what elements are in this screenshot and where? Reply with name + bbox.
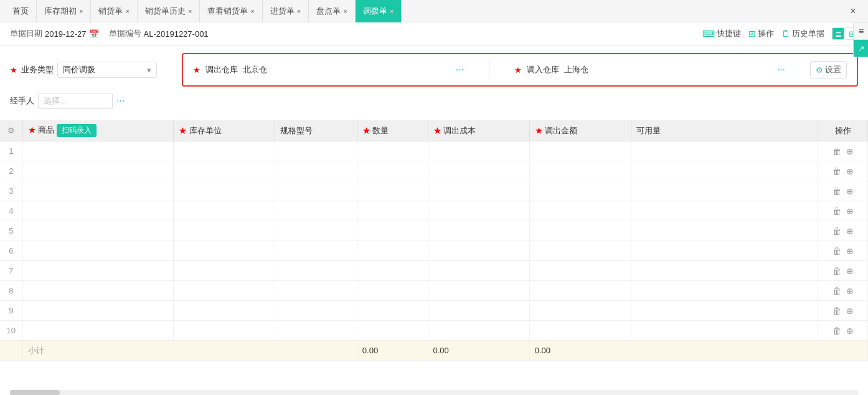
delete-btn[interactable]: 🗑 [831, 205, 842, 217]
product-cell[interactable] [22, 241, 174, 261]
copy-btn[interactable]: ⊕ [845, 205, 855, 217]
tab-purchase-order[interactable]: 进货单 × [263, 0, 309, 22]
operations-btn[interactable]: ⊞ 操作 [748, 28, 774, 39]
spec-cell[interactable] [275, 141, 357, 161]
qty-cell[interactable] [357, 141, 428, 161]
copy-btn[interactable]: ⊕ [845, 165, 855, 178]
tab-sales-history[interactable]: 销货单历史 × [138, 0, 200, 22]
unit-cell[interactable] [174, 301, 275, 321]
product-cell[interactable] [22, 321, 174, 341]
amount-cell[interactable] [529, 281, 631, 301]
amount-cell[interactable] [529, 321, 631, 341]
unit-cell[interactable] [174, 141, 275, 161]
spec-cell[interactable] [275, 321, 357, 341]
amount-cell[interactable] [529, 141, 631, 161]
copy-btn[interactable]: ⊕ [845, 225, 855, 237]
copy-btn[interactable]: ⊕ [845, 185, 855, 198]
tab-transfer-order-close[interactable]: × [390, 7, 394, 15]
scroll-thumb[interactable] [10, 390, 60, 395]
delete-btn[interactable]: 🗑 [831, 185, 842, 198]
delete-btn[interactable]: 🗑 [831, 285, 842, 297]
warehouse-in-dots[interactable]: ··· [777, 64, 785, 75]
product-cell[interactable] [22, 201, 174, 221]
qty-cell[interactable] [357, 321, 428, 341]
product-cell[interactable] [22, 141, 174, 161]
agent-dots[interactable]: ··· [116, 95, 125, 107]
unit-cell[interactable] [174, 281, 275, 301]
horizontal-scrollbar[interactable] [10, 390, 858, 395]
cost-cell[interactable] [428, 201, 529, 221]
delete-btn[interactable]: 🗑 [831, 305, 842, 317]
delete-btn[interactable]: 🗑 [831, 165, 842, 178]
spec-cell[interactable] [275, 181, 357, 201]
scan-button[interactable]: 扫码录入 [57, 124, 97, 137]
copy-btn[interactable]: ⊕ [845, 285, 855, 297]
tab-sales-order-close[interactable]: × [125, 7, 129, 15]
qty-cell[interactable] [357, 221, 428, 241]
copy-btn[interactable]: ⊕ [845, 305, 855, 317]
unit-cell[interactable] [174, 221, 275, 241]
business-type-select[interactable]: 同价调拨 ▾ [57, 62, 157, 78]
tab-view-sales-close[interactable]: × [250, 7, 254, 15]
spec-cell[interactable] [275, 201, 357, 221]
delete-btn[interactable]: 🗑 [831, 325, 842, 337]
unit-cell[interactable] [174, 201, 275, 221]
cost-cell[interactable] [428, 281, 529, 301]
cost-cell[interactable] [428, 241, 529, 261]
amount-cell[interactable] [529, 261, 631, 281]
agent-select[interactable]: 选择... [38, 93, 113, 109]
cost-cell[interactable] [428, 221, 529, 241]
unit-cell[interactable] [174, 181, 275, 201]
cost-cell[interactable] [428, 261, 529, 281]
unit-cell[interactable] [174, 321, 275, 341]
col-settings[interactable]: ⚙ [0, 120, 22, 141]
amount-cell[interactable] [529, 301, 631, 321]
cost-cell[interactable] [428, 161, 529, 181]
delete-btn[interactable]: 🗑 [831, 225, 842, 237]
tab-inventory-check[interactable]: 盘点单 × [309, 0, 355, 22]
unit-cell[interactable] [174, 261, 275, 281]
product-cell[interactable] [22, 181, 174, 201]
qty-cell[interactable] [357, 181, 428, 201]
cost-cell[interactable] [428, 141, 529, 161]
copy-btn[interactable]: ⊕ [845, 265, 855, 277]
spec-cell[interactable] [275, 261, 357, 281]
product-cell[interactable] [22, 221, 174, 241]
spec-cell[interactable] [275, 301, 357, 321]
unit-cell[interactable] [174, 241, 275, 261]
tab-inventory-check-close[interactable]: × [343, 7, 347, 15]
copy-btn[interactable]: ⊕ [845, 145, 855, 158]
cost-cell[interactable] [428, 301, 529, 321]
spec-cell[interactable] [275, 221, 357, 241]
amount-cell[interactable] [529, 241, 631, 261]
unit-cell[interactable] [174, 161, 275, 181]
tab-home[interactable]: 首页 [5, 0, 37, 22]
qty-cell[interactable] [357, 201, 428, 221]
tab-sales-history-close[interactable]: × [188, 7, 192, 15]
qty-cell[interactable] [357, 281, 428, 301]
copy-btn[interactable]: ⊕ [845, 245, 855, 257]
sidebar-export-icon[interactable]: ↗ [854, 40, 868, 57]
delete-btn[interactable]: 🗑 [831, 245, 842, 257]
tab-purchase-order-close[interactable]: × [297, 7, 301, 15]
cost-cell[interactable] [428, 181, 529, 201]
tab-transfer-order[interactable]: 调拨单 × [356, 0, 402, 22]
tab-view-sales[interactable]: 查看销货单 × [200, 0, 262, 22]
product-cell[interactable] [22, 261, 174, 281]
tab-inventory-init[interactable]: 库存期初 × [37, 0, 91, 22]
amount-cell[interactable] [529, 221, 631, 241]
qty-cell[interactable] [357, 241, 428, 261]
amount-cell[interactable] [529, 161, 631, 181]
qty-cell[interactable] [357, 301, 428, 321]
close-all-tabs[interactable]: × [843, 1, 863, 21]
spec-cell[interactable] [275, 241, 357, 261]
amount-cell[interactable] [529, 181, 631, 201]
shortcuts-btn[interactable]: ⌨ 快捷键 [702, 28, 741, 39]
delete-btn[interactable]: 🗑 [831, 265, 842, 277]
grid-lines-toggle[interactable]: ≣ [832, 27, 844, 40]
copy-btn[interactable]: ⊕ [845, 325, 855, 337]
qty-cell[interactable] [357, 261, 428, 281]
delete-btn[interactable]: 🗑 [831, 145, 842, 158]
history-btn[interactable]: 🗒 历史单据 [781, 28, 824, 39]
spec-cell[interactable] [275, 281, 357, 301]
